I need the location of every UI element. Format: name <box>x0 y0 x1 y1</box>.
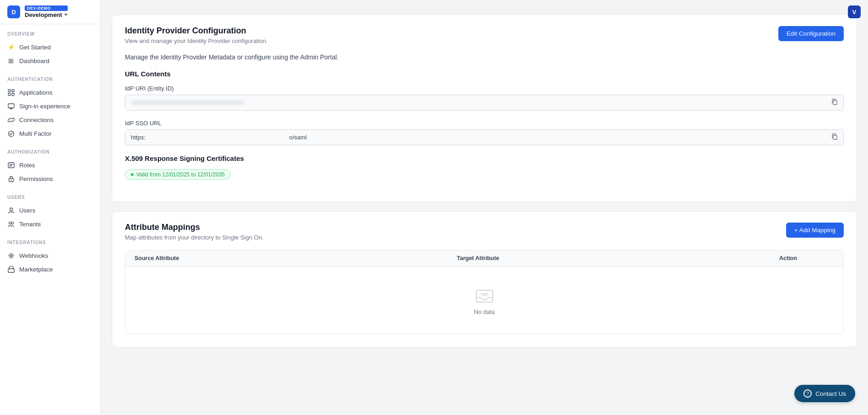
attr-mappings-card: Attribute Mappings Map attributes from y… <box>112 211 857 347</box>
attr-table: Source Attribute Target Attribute Action… <box>125 250 844 334</box>
sidebar-label-tenants: Tenants <box>19 221 41 228</box>
svg-rect-13 <box>833 101 837 105</box>
org-avatar: D <box>7 5 20 18</box>
sidebar-label-applications: Applications <box>19 89 53 96</box>
sidebar-label-users: Users <box>19 207 35 214</box>
webhook-icon <box>7 252 15 259</box>
idp-uri-copy-button[interactable] <box>830 97 839 108</box>
org-badge: DEV-DEMO <box>25 5 68 11</box>
idp-uri-input-wrap <box>125 95 844 111</box>
svg-point-8 <box>10 208 12 211</box>
idp-uri-input <box>125 95 844 111</box>
sidebar-label-sign-in-experience: Sign-in experience <box>19 103 70 110</box>
col-target-attribute: Target Attribute <box>457 255 780 261</box>
sidebar-item-sign-in-experience[interactable]: Sign-in experience <box>0 99 100 113</box>
sidebar-label-roles: Roles <box>19 162 35 169</box>
attr-card-header: Attribute Mappings Map attributes from y… <box>112 212 857 250</box>
attr-card-title-group: Attribute Mappings Map attributes from y… <box>125 223 264 241</box>
svg-rect-5 <box>8 163 14 168</box>
bolt-icon: ⚡ <box>7 43 15 51</box>
contact-us-button[interactable]: ? Contact Us <box>794 385 855 402</box>
sidebar-item-roles[interactable]: Roles <box>0 158 100 172</box>
sidebar-item-applications[interactable]: Applications <box>0 85 100 99</box>
sidebar-item-permissions[interactable]: Permissions <box>0 172 100 186</box>
lock-icon <box>7 175 15 182</box>
top-strip <box>112 11 857 15</box>
attr-card-body: Source Attribute Target Attribute Action… <box>112 250 857 347</box>
idp-card-title-group: Identity Provider Configuration View and… <box>125 26 268 44</box>
attr-card-title: Attribute Mappings <box>125 223 264 232</box>
idp-sso-input <box>125 129 844 145</box>
sidebar-item-dashboard[interactable]: ⊞ Dashboard <box>0 54 100 68</box>
shield-icon <box>7 130 15 137</box>
idp-config-card: Identity Provider Configuration View and… <box>112 15 857 202</box>
sidebar-nav: OVERVIEW ⚡ Get Started ⊞ Dashboard AUTHE… <box>0 24 100 278</box>
nav-section-integrations: INTEGRATIONS Webhooks Marketplace <box>0 233 100 278</box>
url-contents-title: URL Contents <box>125 70 844 78</box>
idp-card-subtitle: View and manage your Identity Provider c… <box>125 37 268 44</box>
org-name[interactable]: Development <box>25 11 68 18</box>
svg-point-11 <box>10 255 12 256</box>
idp-sso-label: IdP SSO URL <box>125 120 844 127</box>
section-label-integrations: INTEGRATIONS <box>0 240 100 249</box>
nav-section-authorization: AUTHORIZATION Roles Permissions <box>0 142 100 187</box>
sidebar-item-multi-factor[interactable]: Multi Factor <box>0 127 100 140</box>
idp-uri-field: IdP URI (Entity ID) <box>125 85 844 111</box>
nav-section-overview: OVERVIEW ⚡ Get Started ⊞ Dashboard <box>0 24 100 69</box>
section-label-overview: OVERVIEW <box>0 32 100 40</box>
section-label-authentication: AUTHENTICATION <box>0 77 100 85</box>
sidebar-item-tenants[interactable]: Tenants <box>0 217 100 231</box>
link-icon <box>7 116 15 123</box>
svg-point-9 <box>9 222 11 224</box>
sidebar-label-marketplace: Marketplace <box>19 266 53 273</box>
sidebar-label-get-started: Get Started <box>19 44 51 51</box>
cert-validity-badge: Valid from 12/01/2025 to 12/01/2035 <box>125 170 231 180</box>
sidebar-item-get-started[interactable]: ⚡ Get Started <box>0 40 100 54</box>
svg-point-7 <box>11 180 11 181</box>
org-info: DEV-DEMO Development <box>25 5 68 18</box>
edit-configuration-button[interactable]: Edit Configuration <box>778 26 844 41</box>
cert-dot <box>131 173 134 176</box>
main-content: Identity Provider Configuration View and… <box>101 0 868 415</box>
svg-rect-12 <box>8 269 14 272</box>
cert-section: X.509 Response Signing Certificates Vali… <box>125 154 844 180</box>
col-source-attribute: Source Attribute <box>135 255 457 261</box>
no-data-label: No data <box>474 309 495 315</box>
idp-uri-label: IdP URI (Entity ID) <box>125 85 844 92</box>
roles-icon <box>7 161 15 169</box>
marketplace-icon <box>7 266 15 273</box>
grid-icon: ⊞ <box>7 57 15 64</box>
sidebar-item-connections[interactable]: Connections <box>0 113 100 127</box>
user-avatar: V <box>848 5 861 18</box>
apps-icon <box>7 89 15 96</box>
idp-card-body: Manage the Identity Provider Metadata or… <box>112 53 857 202</box>
idp-sso-copy-button[interactable] <box>830 132 839 143</box>
attr-card-subtitle: Map attributes from your directory to Si… <box>125 234 264 241</box>
sidebar-label-dashboard: Dashboard <box>19 58 49 64</box>
sidebar-label-connections: Connections <box>19 117 54 123</box>
idp-card-header: Identity Provider Configuration View and… <box>112 15 857 53</box>
svg-rect-2 <box>8 93 11 96</box>
svg-rect-14 <box>833 135 837 139</box>
svg-rect-0 <box>8 90 11 92</box>
sidebar-item-marketplace[interactable]: Marketplace <box>0 262 100 276</box>
idp-sso-input-wrap <box>125 129 844 145</box>
nav-section-users: USERS Users Tenants <box>0 187 100 233</box>
sidebar-label-permissions: Permissions <box>19 176 53 182</box>
table-empty-state: No data <box>125 266 843 334</box>
sidebar-item-webhooks[interactable]: Webhooks <box>0 249 100 262</box>
sidebar-label-webhooks: Webhooks <box>19 252 49 259</box>
tenants-icon <box>7 220 15 228</box>
col-action: Action <box>779 255 834 261</box>
sidebar-item-users[interactable]: Users <box>0 203 100 217</box>
sidebar: D DEV-DEMO Development OVERVIEW ⚡ Get St… <box>0 0 101 415</box>
idp-info-text: Manage the Identity Provider Metadata or… <box>125 53 844 61</box>
svg-rect-3 <box>12 93 14 96</box>
user-icon <box>7 207 15 214</box>
svg-point-10 <box>11 222 13 224</box>
contact-us-label: Contact Us <box>815 390 846 397</box>
add-mapping-button[interactable]: + Add Mapping <box>786 223 844 238</box>
section-label-authorization: AUTHORIZATION <box>0 149 100 158</box>
sidebar-header: D DEV-DEMO Development <box>0 0 100 24</box>
table-header-row: Source Attribute Target Attribute Action <box>125 250 843 266</box>
